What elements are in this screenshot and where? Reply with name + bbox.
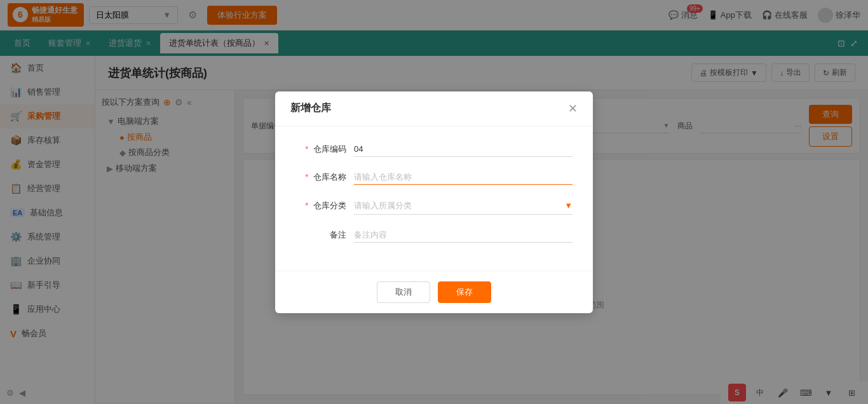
code-label-text: 仓库编码	[313, 144, 346, 154]
category-select[interactable]: 请输入所属分类 ▼	[354, 198, 573, 215]
form-row-category: * 仓库分类 请输入所属分类 ▼	[295, 198, 573, 215]
code-required-star: *	[305, 144, 308, 154]
category-chevron-icon: ▼	[564, 201, 573, 210]
name-input[interactable]	[354, 170, 573, 185]
note-label: 备注	[295, 229, 346, 241]
note-input[interactable]	[354, 227, 573, 243]
category-label: * 仓库分类	[295, 200, 346, 212]
save-button[interactable]: 保存	[438, 281, 491, 303]
form-row-note: 备注	[295, 227, 573, 243]
modal-close-button[interactable]: ✕	[568, 102, 578, 116]
name-label: * 仓库名称	[295, 172, 346, 183]
modal-title: 新增仓库	[290, 102, 331, 115]
name-required-star: *	[305, 172, 308, 182]
modal-body: * 仓库编码 * 仓库名称 * 仓库分类 请输入所属	[275, 126, 593, 271]
modal-overlay: 新增仓库 ✕ * 仓库编码 * 仓库名称	[0, 0, 868, 404]
note-label-text: 备注	[330, 230, 346, 239]
code-label: * 仓库编码	[295, 144, 346, 155]
cancel-button[interactable]: 取消	[377, 281, 430, 303]
category-label-text: 仓库分类	[313, 201, 346, 210]
category-placeholder: 请输入所属分类	[354, 200, 412, 212]
modal-header: 新增仓库 ✕	[275, 91, 593, 126]
modal-footer: 取消 保存	[275, 271, 593, 313]
add-warehouse-modal: 新增仓库 ✕ * 仓库编码 * 仓库名称	[275, 91, 593, 313]
form-row-code: * 仓库编码	[295, 142, 573, 157]
name-label-text: 仓库名称	[313, 172, 346, 182]
form-row-name: * 仓库名称	[295, 170, 573, 185]
category-required-star: *	[305, 201, 308, 210]
code-input[interactable]	[354, 142, 573, 157]
